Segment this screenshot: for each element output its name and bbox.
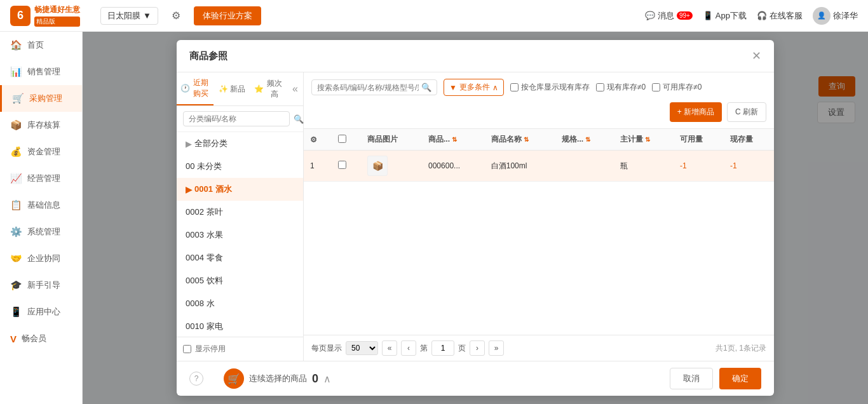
warehouse-filter[interactable]: 按仓库显示现有库存 [510, 82, 590, 93]
th-spec: 规格... ⇅ [555, 129, 614, 151]
support-nav[interactable]: 🎧 在线客服 [757, 10, 803, 22]
sidebar-item-finance[interactable]: 💰 资金管理 [0, 138, 82, 165]
modal-footer: ? 🛒 连续选择的商品 0 ∧ 取消 确定 [177, 361, 774, 396]
cat-label-fruit: 0003 水果 [186, 229, 223, 241]
tab-recent-label: 近期购买 [192, 77, 210, 99]
system-icon: ⚙️ [10, 226, 22, 238]
sidebar-item-system[interactable]: ⚙️ 系统管理 [0, 219, 82, 245]
table-row[interactable]: 1 📦 000600... 白酒100ml 瓶 [304, 151, 774, 182]
cat-item-fruit[interactable]: 0003 水果 [177, 224, 303, 246]
cat-label-alcohol: 0001 酒水 [194, 184, 232, 195]
category-list: ▶ 全部分类 00 未分类 ▶ 0001 酒水 0002 茶 [177, 132, 303, 337]
gear-button[interactable]: ⚙ [166, 6, 186, 26]
cell-available: -1 [674, 151, 724, 182]
refresh-button[interactable]: C 刷新 [727, 102, 766, 122]
modal-close-button[interactable]: ✕ [752, 49, 761, 63]
sidebar-item-business[interactable]: 📈 经营管理 [0, 165, 82, 192]
sidebar-item-inventory[interactable]: 📦 库存核算 [0, 112, 82, 138]
page-number-input[interactable] [431, 340, 454, 356]
messages-nav[interactable]: 💬 消息 99+ [645, 10, 693, 22]
sort-name-icon[interactable]: ⇅ [524, 136, 529, 143]
help-icon[interactable]: ? [189, 372, 203, 386]
sidebar-item-apps[interactable]: 📱 应用中心 [0, 299, 82, 325]
cart-collapse-icon[interactable]: ∧ [323, 373, 331, 385]
cat-label-snack: 0004 零食 [186, 252, 223, 264]
sort-unit-icon[interactable]: ⇅ [645, 136, 650, 143]
sort-spec-icon[interactable]: ⇅ [585, 136, 590, 143]
select-all-checkbox[interactable] [338, 135, 346, 143]
category-search-icon[interactable]: 🔍 [294, 114, 304, 124]
cat-arrow-alcohol: ▶ [186, 185, 192, 194]
filter-label: 更多条件 [459, 82, 490, 93]
tab-new[interactable]: ✨ 新品 [214, 72, 250, 105]
show-disabled-checkbox[interactable] [183, 345, 191, 353]
sidebar-label-purchase: 采购管理 [29, 93, 62, 104]
search-icon[interactable]: 🔍 [421, 83, 431, 92]
category-search-input[interactable] [183, 111, 290, 126]
apps-icon: 📱 [10, 306, 22, 318]
inventory-icon: 📦 [10, 119, 22, 131]
usable-checkbox[interactable] [652, 83, 660, 91]
cat-item-alcohol[interactable]: ▶ 0001 酒水 [177, 178, 303, 201]
trial-button[interactable]: 体验行业方案 [194, 6, 261, 25]
sidebar-item-home[interactable]: 🏠 首页 [0, 32, 82, 58]
cancel-button[interactable]: 取消 [670, 368, 713, 389]
cat-collapse-button[interactable]: « [287, 81, 303, 97]
member-icon: V [10, 333, 17, 344]
home-icon: 🏠 [10, 39, 22, 51]
cart-icon[interactable]: 🛒 [224, 368, 244, 389]
modal-body: 🕐 近期购买 ✨ 新品 ⭐ 频次高 « [177, 72, 774, 361]
more-filter-button[interactable]: ▼ 更多条件 ∧ [444, 79, 504, 96]
row-checkbox[interactable] [338, 161, 346, 169]
sidebar-item-sales[interactable]: 📊 销售管理 [0, 58, 82, 85]
cat-item-tea[interactable]: 0002 茶叶 [177, 201, 303, 224]
page-size-select[interactable]: 50 10 20 100 [346, 341, 378, 355]
cat-item-appliance[interactable]: 0010 家电 [177, 315, 303, 337]
cat-item-drink[interactable]: 0005 饮料 [177, 269, 303, 292]
prev-page-button[interactable]: ‹ [401, 340, 416, 356]
available-checkbox[interactable] [596, 83, 604, 91]
warehouse-checkbox[interactable] [510, 83, 519, 91]
cat-item-all[interactable]: ▶ 全部分类 [177, 132, 303, 155]
sidebar-item-purchase[interactable]: 🛒 采购管理 [0, 85, 82, 112]
add-product-button[interactable]: + 新增商品 [670, 102, 722, 122]
nav-selector[interactable]: 日太阳膜 ▼ [100, 7, 158, 25]
app-download-nav[interactable]: 📱 App下载 [703, 10, 747, 22]
right-panel: 🔍 ▼ 更多条件 ∧ 按仓库显示现有库存 [304, 72, 774, 361]
th-spec-label: 规格... [562, 134, 583, 145]
avatar: 👤 [813, 7, 831, 25]
confirm-button[interactable]: 确定 [719, 368, 761, 389]
guide-icon: 🎓 [10, 279, 22, 291]
last-page-button[interactable]: » [489, 340, 504, 356]
sidebar-item-basic[interactable]: 📋 基础信息 [0, 192, 82, 219]
sidebar-item-collab[interactable]: 🤝 企业协同 [0, 245, 82, 272]
next-page-button[interactable]: › [470, 340, 485, 356]
cart-text: 连续选择的商品 [249, 373, 307, 384]
cat-label-drink: 0005 饮料 [186, 275, 223, 286]
cell-stock: -1 [724, 151, 774, 182]
cell-num: 1 [304, 151, 332, 182]
cat-item-water[interactable]: 0008 水 [177, 292, 303, 315]
tab-frequent[interactable]: ⭐ 频次高 [250, 72, 287, 105]
warehouse-label: 按仓库显示现有库存 [521, 82, 590, 93]
settings-icon[interactable]: ⚙ [310, 135, 317, 144]
cat-item-snack[interactable]: 0004 零食 [177, 246, 303, 269]
user-nav[interactable]: 👤 徐泽华 [813, 7, 858, 25]
usable-filter[interactable]: 可用库存≠0 [652, 82, 702, 93]
sidebar-item-guide[interactable]: 🎓 新手引导 [0, 272, 82, 299]
modal-overlay: 商品参照 ✕ 🕐 近期购买 ✨ 新 [83, 32, 868, 404]
product-search-input[interactable] [317, 83, 419, 92]
sidebar-label-guide: 新手引导 [27, 279, 60, 291]
sidebar-item-member[interactable]: V 畅会员 [0, 325, 82, 352]
logo-icon: 6 [10, 6, 31, 26]
tab-recent[interactable]: 🕐 近期购买 [177, 72, 214, 105]
available-filter[interactable]: 现有库存≠0 [596, 82, 646, 93]
cat-item-uncategorized[interactable]: 00 未分类 [177, 155, 303, 178]
first-page-button[interactable]: « [382, 340, 397, 356]
sort-code-icon[interactable]: ⇅ [452, 136, 457, 143]
product-image: 📦 [367, 156, 388, 176]
sidebar: 🏠 首页 📊 销售管理 🛒 采购管理 📦 库存核算 💰 资金管理 📈 经营管理 … [0, 32, 83, 404]
page-total-label: 共1页, 1条记录 [715, 343, 766, 354]
cell-code: 000600... [422, 151, 485, 182]
message-icon: 💬 [645, 11, 655, 20]
